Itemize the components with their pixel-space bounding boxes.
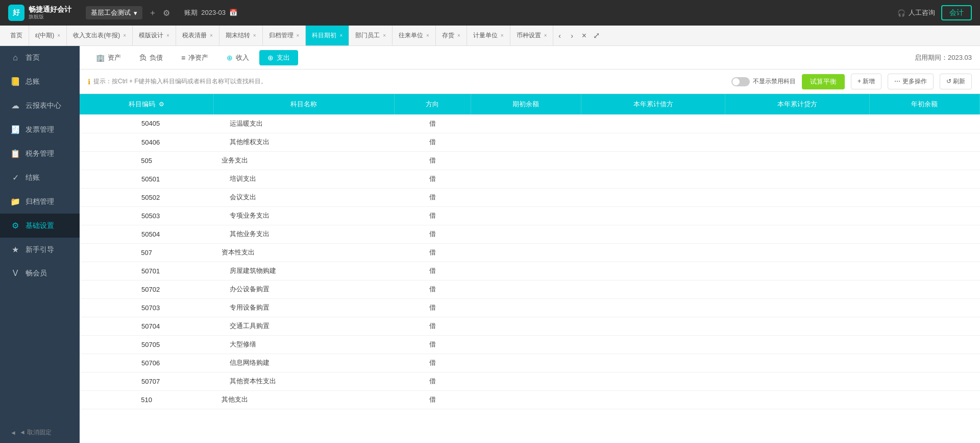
cell-code: 50502 bbox=[80, 188, 213, 206]
invoice-icon: 🧾 bbox=[10, 125, 20, 134]
table-row[interactable]: 50502 会议支出 借 bbox=[80, 188, 980, 206]
table-row[interactable]: 50702 办公设备购置 借 bbox=[80, 280, 980, 298]
col-header-ytd-debit: 本年累计借方 bbox=[581, 94, 725, 114]
cell-opening bbox=[471, 335, 581, 354]
tab-close-icon[interactable]: × bbox=[297, 33, 300, 38]
table-row[interactable]: 50405 运温暖支出 借 bbox=[80, 114, 980, 133]
tab-close-all-btn[interactable]: × bbox=[578, 26, 590, 45]
sidebar-item-ledger[interactable]: 📒 总账 bbox=[0, 69, 80, 94]
table-row[interactable]: 50406 其他维权支出 借 bbox=[80, 133, 980, 151]
tab-maximize-btn[interactable]: ⤢ bbox=[590, 26, 602, 45]
refresh-button[interactable]: ↺ 刷新 bbox=[940, 74, 972, 89]
tab-income-year[interactable]: 收入支出表(年报) × bbox=[67, 26, 133, 45]
col-header-name: 科目名称 bbox=[213, 94, 394, 114]
cell-ytd-credit bbox=[725, 114, 869, 133]
cell-ytd-credit bbox=[725, 206, 869, 225]
table-row[interactable]: 50503 专项业务支出 借 bbox=[80, 206, 980, 225]
cell-ytd-credit bbox=[725, 262, 869, 280]
tab-tax[interactable]: 税表清册 × bbox=[176, 26, 219, 45]
tab-profit[interactable]: ε(中期) × bbox=[29, 26, 67, 45]
sidebar-item-archive[interactable]: 📁 归档管理 bbox=[0, 190, 80, 214]
trial-balance-button[interactable]: 试算平衡 bbox=[802, 74, 845, 89]
table-row[interactable]: 50501 培训支出 借 bbox=[80, 170, 980, 188]
tab-close-icon[interactable]: × bbox=[210, 33, 213, 38]
app-edition: 旗舰版 bbox=[29, 13, 71, 20]
sidebar-item-home[interactable]: ⌂ 首页 bbox=[0, 46, 80, 69]
sidebar-item-tax[interactable]: 📋 税务管理 bbox=[0, 142, 80, 166]
toggle-disabled[interactable]: 不显示禁用科目 bbox=[731, 77, 796, 86]
sidebar-item-basic[interactable]: ⚙ 基础设置 bbox=[0, 214, 80, 238]
table-row[interactable]: 50704 交通工具购置 借 bbox=[80, 317, 980, 335]
company-selector[interactable]: 基层工会测试 ▾ bbox=[86, 6, 142, 19]
tab-period-end[interactable]: 期末结转 × bbox=[219, 26, 263, 45]
main-layout: ⌂ 首页 📒 总账 ☁ 云报表中心 🧾 发票管理 📋 税务管理 ✓ 结账 📁 归… bbox=[0, 46, 980, 443]
tab-inventory[interactable]: 存货 × bbox=[436, 26, 467, 45]
add-company-icon[interactable]: ＋ bbox=[149, 8, 157, 18]
sub-tab-net-asset[interactable]: ≡ 净资产 bbox=[173, 50, 216, 65]
sidebar-item-checkout[interactable]: ✓ 结账 bbox=[0, 166, 80, 190]
tab-close-icon[interactable]: × bbox=[426, 33, 429, 38]
tab-prev-btn[interactable]: ‹ bbox=[553, 26, 566, 45]
sub-tab-liability[interactable]: 负 负债 bbox=[131, 50, 171, 65]
cell-name: 其他业务支出 bbox=[213, 225, 394, 243]
tab-close-icon[interactable]: × bbox=[544, 33, 547, 38]
add-button[interactable]: + 新增 bbox=[851, 74, 881, 89]
cell-code: 50707 bbox=[80, 372, 213, 390]
tab-dept[interactable]: 部门员工 × bbox=[349, 26, 393, 45]
tab-currency[interactable]: 币种设置 × bbox=[510, 26, 554, 45]
tab-next-btn[interactable]: › bbox=[566, 26, 578, 45]
sub-tab-income[interactable]: ⊕ 收入 bbox=[218, 50, 257, 65]
toggle-track[interactable] bbox=[731, 77, 750, 86]
tab-home[interactable]: 首页 bbox=[4, 26, 29, 45]
table-row[interactable]: 50504 其他业务支出 借 bbox=[80, 225, 980, 243]
tax-icon: 📋 bbox=[10, 149, 20, 158]
col-settings-icon[interactable]: ⚙ bbox=[159, 101, 164, 108]
tab-subject-init[interactable]: 科目期初 × bbox=[306, 26, 349, 45]
tab-close-icon[interactable]: × bbox=[57, 33, 60, 38]
table-row[interactable]: 507 资本性支出 借 bbox=[80, 243, 980, 262]
period-info: 启用期间：2023.03 bbox=[915, 53, 972, 62]
tab-unit[interactable]: 计量单位 × bbox=[467, 26, 510, 45]
tab-close-icon[interactable]: × bbox=[166, 33, 169, 38]
cell-direction: 借 bbox=[394, 114, 471, 133]
tab-close-icon[interactable]: × bbox=[339, 33, 342, 38]
tab-close-icon[interactable]: × bbox=[123, 33, 126, 38]
cell-name: 信息网络购建 bbox=[213, 354, 394, 372]
archive-icon: 📁 bbox=[10, 197, 20, 206]
sub-tab-label: 支出 bbox=[277, 53, 290, 62]
tab-archive[interactable]: 归档管理 × bbox=[263, 26, 306, 45]
tab-template[interactable]: 模版设计 × bbox=[133, 26, 176, 45]
table-row[interactable]: 510 其他支出 借 bbox=[80, 390, 980, 409]
tab-close-icon[interactable]: × bbox=[501, 33, 504, 38]
cell-ytd-credit bbox=[725, 151, 869, 170]
sidebar-collapse-btn[interactable]: ◄ ◄ 取消固定 bbox=[0, 422, 80, 443]
cell-name: 会议支出 bbox=[213, 188, 394, 206]
cell-ytd-credit bbox=[725, 372, 869, 390]
sub-tab-asset[interactable]: 🏢 资产 bbox=[88, 50, 129, 65]
table-row[interactable]: 50703 专用设备购置 借 bbox=[80, 298, 980, 317]
tab-close-icon[interactable]: × bbox=[457, 33, 460, 38]
settings-icon[interactable]: ⚙ bbox=[163, 8, 170, 18]
customer-service-btn[interactable]: 🎧 人工咨询 bbox=[897, 8, 935, 17]
sub-tab-expense[interactable]: ⊕ 支出 bbox=[259, 50, 298, 65]
table-row[interactable]: 50707 其他资本性支出 借 bbox=[80, 372, 980, 390]
account-button[interactable]: 会计 bbox=[941, 5, 972, 20]
table-row[interactable]: 50705 大型修缮 借 bbox=[80, 335, 980, 354]
sidebar-item-vip[interactable]: V 畅会员 bbox=[0, 262, 80, 285]
table-row[interactable]: 50701 房屋建筑物购建 借 bbox=[80, 262, 980, 280]
more-button[interactable]: ⋯ 更多操作 bbox=[888, 74, 933, 89]
tab-supplier[interactable]: 往来单位 × bbox=[393, 26, 436, 45]
cell-year-opening bbox=[869, 206, 979, 225]
cell-year-opening bbox=[869, 225, 979, 243]
tab-close-icon[interactable]: × bbox=[383, 33, 386, 38]
chevron-down-icon: ▾ bbox=[134, 9, 137, 17]
sidebar-item-guide[interactable]: ★ 新手引导 bbox=[0, 238, 80, 262]
sidebar-item-report[interactable]: ☁ 云报表中心 bbox=[0, 94, 80, 118]
tab-close-icon[interactable]: × bbox=[253, 33, 256, 38]
calendar-icon[interactable]: 📅 bbox=[229, 9, 237, 16]
table-row[interactable]: 505 业务支出 借 bbox=[80, 151, 980, 170]
cell-opening bbox=[471, 170, 581, 188]
sidebar-item-invoice[interactable]: 🧾 发票管理 bbox=[0, 118, 80, 142]
table-row[interactable]: 50706 信息网络购建 借 bbox=[80, 354, 980, 372]
cell-ytd-credit bbox=[725, 133, 869, 151]
